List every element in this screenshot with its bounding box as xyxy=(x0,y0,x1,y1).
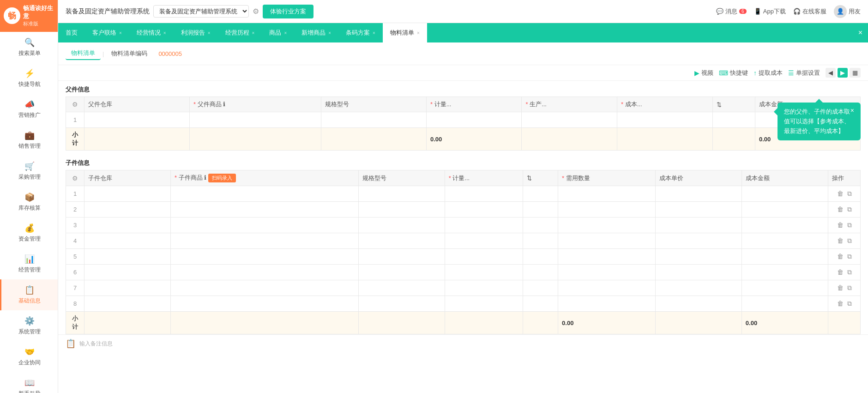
delete-icon-3[interactable]: 🗑 xyxy=(837,221,844,229)
tab-close-2[interactable]: × xyxy=(163,30,166,36)
child-row-needed-qty-3[interactable] xyxy=(558,218,656,233)
nav-grid-btn[interactable]: ▦ xyxy=(850,68,861,78)
copy-icon-8[interactable]: ⧉ xyxy=(847,300,852,308)
parent-row-cost[interactable] xyxy=(617,112,712,128)
child-row-warehouse-6[interactable] xyxy=(84,265,171,280)
delete-icon-5[interactable]: 🗑 xyxy=(837,253,844,260)
child-row-needed-qty-1[interactable] xyxy=(558,186,656,202)
child-row-cost-amount-2[interactable] xyxy=(741,202,828,218)
tab-1[interactable]: 客户联络× xyxy=(85,23,129,42)
tab-close-6[interactable]: × xyxy=(328,30,331,36)
trial-button[interactable]: 体验行业方案 xyxy=(263,5,313,18)
child-row-warehouse-5[interactable] xyxy=(84,249,171,265)
child-row-qty-unit-5[interactable] xyxy=(445,249,523,265)
system-select[interactable]: 装备及固定资产辅助管理系统 xyxy=(153,5,249,18)
child-row-qty-unit-4[interactable] xyxy=(445,233,523,249)
sidebar-item-8[interactable]: 📋基础信息 xyxy=(0,279,58,310)
sidebar-item-7[interactable]: 📊经营管理 xyxy=(0,248,58,279)
child-row-cost-amount-4[interactable] xyxy=(741,233,828,249)
child-row-goods-2[interactable] xyxy=(171,202,358,218)
child-row-spec-7[interactable] xyxy=(358,280,445,296)
child-row-cost-unit-5[interactable] xyxy=(655,249,741,265)
delete-icon-7[interactable]: 🗑 xyxy=(837,284,844,292)
child-row-warehouse-4[interactable] xyxy=(84,233,171,249)
parent-row-spec[interactable] xyxy=(321,112,427,128)
sidebar-item-0[interactable]: 🔍搜索菜单 xyxy=(0,32,58,63)
child-row-goods-4[interactable] xyxy=(171,233,358,249)
child-gear-btn[interactable]: ⚙ xyxy=(72,175,78,182)
tab-4[interactable]: 经营历程× xyxy=(218,23,262,42)
sidebar-item-1[interactable]: ⚡快捷导航 xyxy=(0,63,58,94)
scan-input-btn[interactable]: 扫码录入 xyxy=(208,174,236,182)
sidebar-item-4[interactable]: 🛒采购管理 xyxy=(0,156,58,187)
child-row-goods-6[interactable] xyxy=(171,265,358,280)
child-row-cost-amount-8[interactable] xyxy=(741,296,828,312)
copy-icon-2[interactable]: ⧉ xyxy=(847,206,852,213)
tab-3[interactable]: 利润报告× xyxy=(174,23,218,42)
child-row-needed-qty-4[interactable] xyxy=(558,233,656,249)
tooltip-close-btn[interactable]: × xyxy=(850,107,854,114)
child-row-spec-8[interactable] xyxy=(358,296,445,312)
child-row-qty-unit-6[interactable] xyxy=(445,265,523,280)
child-row-warehouse-1[interactable] xyxy=(84,186,171,202)
shortcut-btn[interactable]: ⌨ 快捷键 xyxy=(719,69,748,77)
child-row-cost-amount-5[interactable] xyxy=(741,249,828,265)
child-row-needed-qty-2[interactable] xyxy=(558,202,656,218)
tab-close-8[interactable]: × xyxy=(417,30,420,36)
sub-tab-bom-list[interactable]: 物料清单 xyxy=(66,47,101,60)
child-row-warehouse-2[interactable] xyxy=(84,202,171,218)
tab-close-4[interactable]: × xyxy=(252,30,255,36)
single-settings-btn[interactable]: ☰ 单据设置 xyxy=(788,69,820,77)
child-row-qty-unit-3[interactable] xyxy=(445,218,523,233)
tab-0[interactable]: 首页 xyxy=(58,23,85,42)
child-row-qty-unit-7[interactable] xyxy=(445,280,523,296)
child-row-cost-unit-3[interactable] xyxy=(655,218,741,233)
child-row-cost-amount-3[interactable] xyxy=(741,218,828,233)
tab-6[interactable]: 新增商品× xyxy=(294,23,338,42)
child-row-qty-unit-8[interactable] xyxy=(445,296,523,312)
sidebar-item-6[interactable]: 💰资金管理 xyxy=(0,218,58,248)
nav-prev-btn[interactable]: ◀ xyxy=(826,68,836,78)
child-row-cost-unit-4[interactable] xyxy=(655,233,741,249)
child-row-spec-1[interactable] xyxy=(358,186,445,202)
delete-icon-4[interactable]: 🗑 xyxy=(837,237,844,245)
online-service-item[interactable]: 🎧 在线客服 xyxy=(793,7,826,16)
sidebar-item-3[interactable]: 💼销售管理 xyxy=(0,125,58,156)
child-row-spec-2[interactable] xyxy=(358,202,445,218)
tab-close-3[interactable]: × xyxy=(208,30,211,36)
child-row-cost-unit-6[interactable] xyxy=(655,265,741,280)
sub-tab-bom-code[interactable]: 物料清单编码 xyxy=(106,48,153,60)
child-row-warehouse-8[interactable] xyxy=(84,296,171,312)
child-row-qty-unit-2[interactable] xyxy=(445,202,523,218)
child-row-cost-unit-8[interactable] xyxy=(655,296,741,312)
message-item[interactable]: 💬 消息 6 xyxy=(716,7,747,16)
delete-icon-6[interactable]: 🗑 xyxy=(837,268,844,276)
child-row-cost-amount-6[interactable] xyxy=(741,265,828,280)
extract-cost-btn[interactable]: ↑ 提取成本 xyxy=(753,69,783,77)
user-item[interactable]: 👤 用友 xyxy=(834,5,861,18)
parent-row-warehouse[interactable] xyxy=(84,112,190,128)
child-row-spec-4[interactable] xyxy=(358,233,445,249)
child-row-needed-qty-5[interactable] xyxy=(558,249,656,265)
child-row-needed-qty-8[interactable] xyxy=(558,296,656,312)
child-row-goods-3[interactable] xyxy=(171,218,358,233)
copy-icon-3[interactable]: ⧉ xyxy=(847,221,852,229)
copy-icon-7[interactable]: ⧉ xyxy=(847,284,852,292)
child-row-needed-qty-7[interactable] xyxy=(558,280,656,296)
copy-icon-6[interactable]: ⧉ xyxy=(847,268,852,276)
delete-icon-8[interactable]: 🗑 xyxy=(837,300,844,308)
sidebar-item-5[interactable]: 📦库存核算 xyxy=(0,187,58,218)
video-btn[interactable]: ▶ 视频 xyxy=(694,69,713,77)
child-row-goods-5[interactable] xyxy=(171,249,358,265)
sidebar-item-10[interactable]: 🤝企业协同 xyxy=(0,341,58,372)
delete-icon-2[interactable]: 🗑 xyxy=(837,206,844,213)
parent-row-produce[interactable] xyxy=(522,112,617,128)
tab-close-5[interactable]: × xyxy=(284,30,287,36)
child-row-cost-amount-1[interactable] xyxy=(741,186,828,202)
tab-7[interactable]: 条码方案× xyxy=(338,23,383,42)
parent-row-goods[interactable] xyxy=(189,112,321,128)
sidebar-item-9[interactable]: ⚙️系统管理 xyxy=(0,310,58,341)
nav-next-btn[interactable]: ▶ xyxy=(838,68,848,78)
tab-close-7[interactable]: × xyxy=(373,30,375,36)
copy-icon-1[interactable]: ⧉ xyxy=(847,190,852,198)
